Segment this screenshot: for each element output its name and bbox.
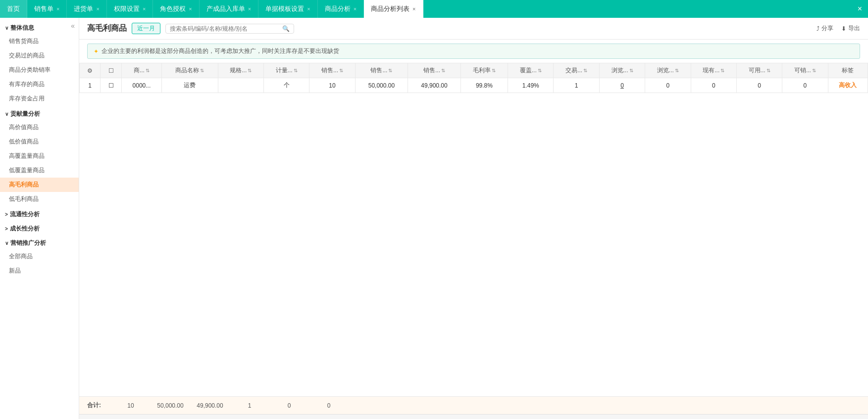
sidebar-arrow-3: > bbox=[5, 226, 8, 232]
sidebar-item-0-1[interactable]: 交易过的商品 bbox=[0, 48, 79, 63]
sort-icon-14[interactable]: ⇅ bbox=[720, 68, 724, 73]
export-icon: ⬇ bbox=[841, 25, 846, 32]
cell-0-2: 0000... bbox=[121, 78, 161, 93]
browse-link-0[interactable]: 0 bbox=[620, 82, 624, 89]
search-icon[interactable]: 🔍 bbox=[282, 25, 290, 32]
sort-icon-3[interactable]: ⇅ bbox=[200, 68, 204, 73]
sort-icon-6[interactable]: ⇅ bbox=[339, 68, 343, 73]
info-text: 企业的主要的利润都是这部分商品创造的，可考虑加大推广，同时关注库存是不要出现缺货 bbox=[102, 47, 339, 55]
sidebar-arrow-1: ∨ bbox=[5, 111, 8, 117]
footer-transactions: 1 bbox=[230, 402, 269, 409]
nav-item-6[interactable]: 单据模板设置× bbox=[258, 0, 317, 18]
col-label-6: 销售... bbox=[321, 66, 338, 75]
sort-icon-16[interactable]: ⇅ bbox=[812, 68, 816, 73]
col-header-13[interactable]: 浏览...⇅ bbox=[645, 63, 691, 78]
nav-close-icon-5[interactable]: × bbox=[248, 6, 251, 12]
col-header-6[interactable]: 销售...⇅ bbox=[309, 63, 355, 78]
nav-close-icon-4[interactable]: × bbox=[189, 6, 192, 12]
sidebar-section-0[interactable]: ∨整体信息 bbox=[0, 20, 79, 34]
nav-item-8[interactable]: 商品分析列表× bbox=[364, 0, 423, 18]
header-actions: ⤴ 分享 ⬇ 导出 bbox=[817, 24, 860, 33]
sidebar-item-1-3[interactable]: 低覆盖量商品 bbox=[0, 163, 79, 178]
col-header-3[interactable]: 商品名称⇅ bbox=[162, 63, 218, 78]
share-button[interactable]: ⤴ 分享 bbox=[817, 24, 833, 33]
sidebar-item-1-0[interactable]: 高价值商品 bbox=[0, 120, 79, 135]
sort-icon-5[interactable]: ⇅ bbox=[294, 68, 298, 73]
footer-totals: 合计: 10 50,000.00 49,900.00 1 0 0 bbox=[79, 396, 868, 414]
search-input[interactable] bbox=[170, 25, 280, 32]
sidebar-section-2[interactable]: >流通性分析 bbox=[0, 206, 79, 221]
sort-icon-11[interactable]: ⇅ bbox=[583, 68, 587, 73]
sidebar-arrow-4: ∨ bbox=[5, 240, 8, 246]
nav-item-4[interactable]: 角色授权× bbox=[153, 0, 199, 18]
sort-icon-10[interactable]: ⇅ bbox=[538, 68, 542, 73]
nav-item-1[interactable]: 销售单× bbox=[27, 0, 67, 18]
sort-icon-13[interactable]: ⇅ bbox=[675, 68, 679, 73]
col-header-7[interactable]: 销售...⇅ bbox=[355, 63, 408, 78]
export-button[interactable]: ⬇ 导出 bbox=[841, 24, 860, 33]
nav-item-3[interactable]: 权限设置× bbox=[107, 0, 153, 18]
sidebar-item-4-1[interactable]: 新品 bbox=[0, 264, 79, 278]
sidebar-item-0-4[interactable]: 库存资金占用 bbox=[0, 92, 79, 106]
cell-0-10: 1.49% bbox=[508, 78, 554, 93]
col-header-5[interactable]: 计量...⇅ bbox=[263, 63, 309, 78]
col-header-15[interactable]: 可用...⇅ bbox=[736, 63, 782, 78]
sidebar-item-1-4[interactable]: 高毛利商品 bbox=[0, 178, 79, 192]
col-header-9[interactable]: 毛利率⇅ bbox=[460, 63, 508, 78]
col-label-11: 交易... bbox=[565, 66, 582, 75]
cell-0-4 bbox=[218, 78, 263, 93]
col-header-2[interactable]: 商...⇅ bbox=[121, 63, 161, 78]
nav-close-icon-6[interactable]: × bbox=[307, 6, 310, 12]
col-label-16: 可销... bbox=[794, 66, 811, 75]
col-header-10[interactable]: 覆盖...⇅ bbox=[508, 63, 554, 78]
col-header-17: 标签 bbox=[828, 63, 868, 78]
bottom-scrollbar[interactable] bbox=[79, 414, 868, 419]
nav-close-icon-7[interactable]: × bbox=[354, 6, 357, 12]
cell-0-11: 1 bbox=[554, 78, 599, 93]
sort-icon-2[interactable]: ⇅ bbox=[146, 68, 150, 73]
sort-icon-12[interactable]: ⇅ bbox=[629, 68, 633, 73]
sidebar-item-0-2[interactable]: 商品分类助销率 bbox=[0, 63, 79, 77]
sidebar-section-4[interactable]: ∨营销推广分析 bbox=[0, 235, 79, 249]
sidebar-item-4-0[interactable]: 全部商品 bbox=[0, 249, 79, 264]
sort-icon-15[interactable]: ⇅ bbox=[766, 68, 770, 73]
nav-close-icon-2[interactable]: × bbox=[96, 6, 99, 12]
col-header-11[interactable]: 交易...⇅ bbox=[554, 63, 599, 78]
sidebar-item-0-3[interactable]: 有库存的商品 bbox=[0, 77, 79, 92]
nav-item-7[interactable]: 商品分析× bbox=[318, 0, 364, 18]
sidebar-arrow-0: ∨ bbox=[5, 25, 8, 31]
col-header-12[interactable]: 浏览...⇅ bbox=[599, 63, 645, 78]
sidebar-collapse-button[interactable]: « bbox=[71, 22, 75, 30]
sort-icon-7[interactable]: ⇅ bbox=[388, 68, 392, 73]
cell-0-14: 0 bbox=[691, 78, 736, 93]
sort-icon-8[interactable]: ⇅ bbox=[441, 68, 445, 73]
sidebar-item-0-0[interactable]: 销售货商品 bbox=[0, 34, 79, 48]
footer-sales-amount: 50,000.00 bbox=[151, 402, 190, 409]
col-header-4[interactable]: 规格...⇅ bbox=[218, 63, 263, 78]
col-header-16[interactable]: 可销...⇅ bbox=[782, 63, 828, 78]
period-button[interactable]: 近一月 bbox=[132, 23, 160, 34]
nav-close-icon-1[interactable]: × bbox=[56, 6, 59, 12]
nav-item-0[interactable]: 首页 bbox=[0, 0, 27, 18]
top-nav: 首页销售单×进货单×权限设置×角色授权×产成品入库单×单据模板设置×商品分析×商… bbox=[0, 0, 868, 18]
nav-item-5[interactable]: 产成品入库单× bbox=[200, 0, 258, 18]
sidebar-item-1-2[interactable]: 高覆盖量商品 bbox=[0, 149, 79, 163]
nav-close-icon-3[interactable]: × bbox=[143, 6, 146, 12]
sidebar-item-1-5[interactable]: 低毛利商品 bbox=[0, 192, 79, 206]
window-close-button[interactable]: × bbox=[852, 4, 868, 13]
cell-0-16: 0 bbox=[782, 78, 828, 93]
sidebar-section-1[interactable]: ∨贡献量分析 bbox=[0, 106, 79, 120]
cell-0-12[interactable]: 0 bbox=[599, 78, 645, 93]
nav-item-2[interactable]: 进货单× bbox=[67, 0, 106, 18]
cell-0-17: 高收入 bbox=[828, 78, 868, 93]
col-header-8[interactable]: 销售...⇅ bbox=[408, 63, 461, 78]
sort-icon-9[interactable]: ⇅ bbox=[492, 68, 496, 73]
data-table-container[interactable]: ⚙☐商...⇅商品名称⇅规格...⇅计量...⇅销售...⇅销售...⇅销售..… bbox=[79, 63, 868, 396]
sidebar-item-1-1[interactable]: 低价值商品 bbox=[0, 135, 79, 149]
nav-close-icon-8[interactable]: × bbox=[412, 6, 415, 12]
sidebar-section-3[interactable]: >成长性分析 bbox=[0, 221, 79, 235]
col-label-12: 浏览... bbox=[612, 66, 628, 75]
col-label-2: 商... bbox=[134, 66, 145, 75]
col-header-14[interactable]: 现有...⇅ bbox=[691, 63, 736, 78]
sort-icon-4[interactable]: ⇅ bbox=[248, 68, 252, 73]
